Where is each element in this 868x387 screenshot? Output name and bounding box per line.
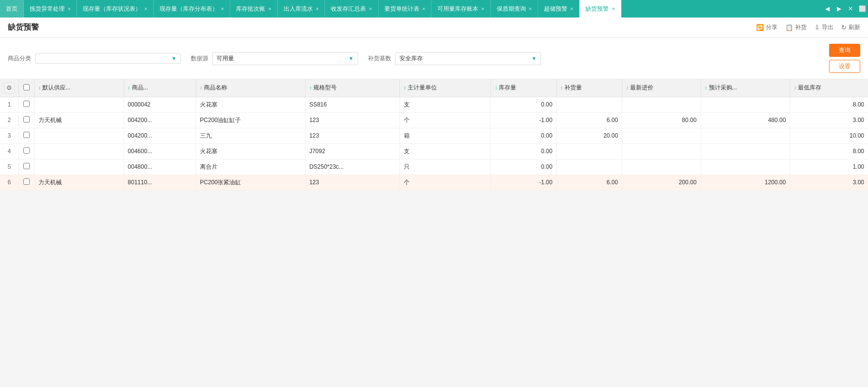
th-est-purchase[interactable]: ↕ 预计采购...: [701, 79, 790, 97]
tab-nav-next[interactable]: ▶: [833, 0, 845, 18]
row-checkbox-3[interactable]: [19, 128, 35, 143]
cell-min-6: 3.00: [790, 175, 868, 190]
tab-close-order-stats[interactable]: ×: [422, 6, 425, 12]
tab-close-overstock[interactable]: ×: [570, 6, 573, 12]
th-unit[interactable]: ↕ 主计量单位: [399, 79, 491, 97]
tab-abnormal[interactable]: 拣货异常处理 ×: [24, 0, 77, 18]
header-actions: 🔁 分享 📋 补货 ⇩ 导出 ↻ 刷新: [756, 23, 860, 32]
cell-name-2: PC200油缸缸子: [196, 112, 305, 128]
cell-stock-3: 0.00: [491, 128, 557, 143]
cell-price-4: [622, 143, 701, 159]
cell-name-4: 火花塞: [196, 143, 305, 159]
export-button[interactable]: ⇩ 导出: [814, 23, 833, 32]
sort-icon-est: ↕: [705, 85, 707, 90]
row-check-5[interactable]: [23, 163, 30, 169]
tab-close-btn[interactable]: ✕: [845, 0, 856, 18]
cell-price-2: 80.00: [622, 112, 701, 128]
row-check-4[interactable]: [23, 147, 30, 154]
cell-unit-4: 支: [399, 143, 491, 159]
cell-est-3: [701, 128, 790, 143]
sort-icon-price: ↕: [626, 85, 629, 90]
table-row: 4 004600... 火花塞 J7092 支 0.00 8.00: [0, 143, 868, 159]
th-product-code[interactable]: ↕ 商品...: [124, 79, 196, 97]
cell-unit-1: 支: [399, 97, 491, 112]
replenish-select[interactable]: 安全库存 ▼: [395, 52, 541, 65]
tab-available-ledger[interactable]: 可用量库存账本 ×: [432, 0, 490, 18]
row-checkbox-6[interactable]: [19, 175, 35, 190]
cell-replenish-5: [557, 159, 622, 175]
th-default-supplier[interactable]: ↕ 默认供应...: [35, 79, 124, 97]
tab-receive-summary[interactable]: 收发存汇总表 ×: [325, 0, 378, 18]
tab-close-in-out-flow[interactable]: ×: [316, 6, 319, 12]
th-min-stock[interactable]: ↕ 最低库存: [790, 79, 868, 97]
datasource-select[interactable]: 可用量 ▼: [212, 52, 358, 65]
cell-supplier-4: [35, 143, 124, 159]
tab-nav-prev[interactable]: ◀: [821, 0, 833, 18]
row-num-4: 4: [0, 143, 19, 159]
cell-min-1: 8.00: [790, 97, 868, 112]
tab-close-available-ledger[interactable]: ×: [481, 6, 484, 12]
tab-close-expiry-query[interactable]: ×: [529, 6, 532, 12]
cell-stock-4: 0.00: [491, 143, 557, 159]
tab-inventory-dist[interactable]: 现存量（库存分布表） ×: [154, 0, 230, 18]
cell-price-1: [622, 97, 701, 112]
cell-est-1: [701, 97, 790, 112]
table-row: 1 0000042 火花塞 SS816 支 0.00 8.00: [0, 97, 868, 112]
row-checkbox-5[interactable]: [19, 159, 35, 175]
th-latest-price[interactable]: ↕ 最新进价: [622, 79, 701, 97]
cell-code-3: 004200...: [124, 128, 196, 143]
table-container: ⚙ ↕ 默认供应... ↕ 商品...: [0, 79, 868, 191]
tab-inventory-status[interactable]: 现存量（库存状况表） ×: [77, 0, 153, 18]
tab-expiry-query[interactable]: 保质期查询 ×: [491, 0, 538, 18]
tab-close-abnormal[interactable]: ×: [68, 6, 71, 12]
tab-close-inventory-dist[interactable]: ×: [221, 6, 224, 12]
row-check-6[interactable]: [23, 178, 30, 185]
settings-button[interactable]: 设置: [829, 60, 860, 73]
replenish-button[interactable]: 📋 补货: [785, 23, 807, 32]
tab-close-shortage[interactable]: ×: [612, 6, 615, 12]
th-checkbox: [19, 79, 35, 97]
share-button[interactable]: 🔁 分享: [756, 23, 778, 32]
table-row: 2 力天机械 004200... PC200油缸缸子 123 个 -1.00 6…: [0, 112, 868, 128]
replenish-icon: 📋: [785, 24, 793, 31]
table-header-row: ⚙ ↕ 默认供应... ↕ 商品...: [0, 79, 868, 97]
refresh-button[interactable]: ↻ 刷新: [841, 23, 860, 32]
row-check-3[interactable]: [23, 132, 30, 138]
replenish-arrow-icon: ▼: [531, 55, 537, 61]
cell-supplier-2: 力天机械: [35, 112, 124, 128]
cell-est-4: [701, 143, 790, 159]
refresh-icon: ↻: [841, 24, 847, 31]
category-select[interactable]: ▼: [35, 53, 181, 64]
tab-close-inventory-status[interactable]: ×: [144, 6, 147, 12]
th-product-name[interactable]: ↕ 商品名称: [196, 79, 305, 97]
tab-batch-account[interactable]: 库存批次账 ×: [230, 0, 277, 18]
row-check-2[interactable]: [23, 116, 30, 123]
tab-maximize-btn[interactable]: ⬜: [856, 0, 868, 18]
cell-min-5: 1.00: [790, 159, 868, 175]
cell-supplier-5: [35, 159, 124, 175]
tab-close-receive-summary[interactable]: ×: [369, 6, 372, 12]
select-all-checkbox[interactable]: [23, 84, 30, 90]
row-num-3: 3: [0, 128, 19, 143]
category-filter-group: 商品分类 ▼: [8, 53, 181, 64]
row-checkbox-1[interactable]: [19, 97, 35, 112]
th-spec[interactable]: ↕ 规格型号: [305, 79, 399, 97]
tab-close-batch-account[interactable]: ×: [268, 6, 271, 12]
tab-shortage[interactable]: 缺货预警 ×: [579, 0, 621, 18]
th-stock-qty[interactable]: ↕ 库存量: [491, 79, 557, 97]
query-button[interactable]: 查询: [829, 44, 860, 57]
tab-overstock[interactable]: 超储预警 ×: [538, 0, 579, 18]
row-num-5: 5: [0, 159, 19, 175]
row-checkbox-2[interactable]: [19, 112, 35, 128]
column-settings-icon[interactable]: ⚙: [4, 83, 15, 93]
tab-bar: 首页 拣货异常处理 × 现存量（库存状况表） × 现存量（库存分布表） × 库存…: [0, 0, 868, 18]
tab-in-out-flow[interactable]: 出入库流水 ×: [278, 0, 325, 18]
tab-home[interactable]: 首页: [0, 0, 24, 18]
row-check-1[interactable]: [23, 101, 30, 107]
cell-stock-2: -1.00: [491, 112, 557, 128]
datasource-select-text: 可用量: [217, 54, 348, 63]
tab-order-stats[interactable]: 要货单统计表 ×: [379, 0, 432, 18]
th-replenish-qty[interactable]: ↕ 补货量: [557, 79, 622, 97]
row-checkbox-4[interactable]: [19, 143, 35, 159]
cell-min-3: 10.00: [790, 128, 868, 143]
